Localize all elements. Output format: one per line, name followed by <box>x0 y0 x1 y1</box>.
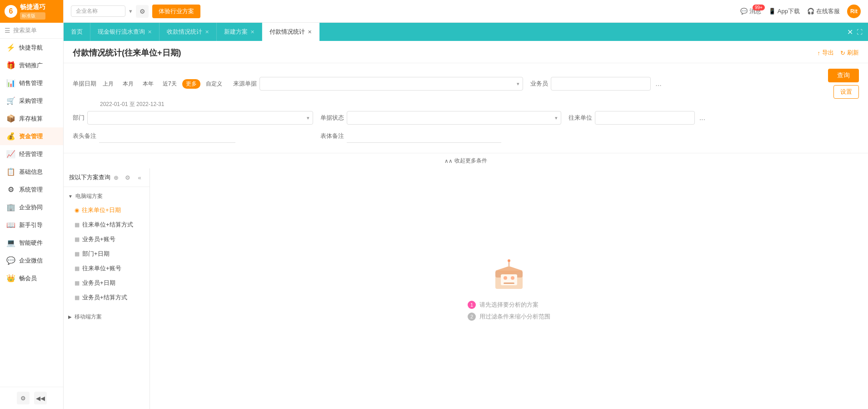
sidebar-collapse-btn[interactable]: ◀◀ <box>34 392 47 404</box>
system-icon: ⚙ <box>6 185 15 194</box>
salesman-input[interactable] <box>551 77 651 91</box>
date-opt-custom[interactable]: 自定义 <box>202 79 226 89</box>
query-btn[interactable]: 查询 <box>828 69 859 82</box>
source-select[interactable] <box>259 77 524 91</box>
base-info-icon: 📋 <box>6 167 15 176</box>
body-note-label: 表体备注 <box>320 132 344 140</box>
date-opt-last-month[interactable]: 上月 <box>99 79 117 89</box>
sidebar-item-finance[interactable]: 💰 资金管理 <box>0 127 63 145</box>
topbar-app-btn[interactable]: 📱 App下载 <box>768 7 800 15</box>
tab-receipt-stats-close[interactable]: ✕ <box>205 29 209 35</box>
partner-input[interactable] <box>595 111 695 125</box>
sidebar-item-marketing[interactable]: 🎁 营销推广 <box>0 56 63 74</box>
tab-payment-stats[interactable]: 付款情况统计 ✕ <box>262 23 319 41</box>
partner-dots[interactable]: ... <box>699 114 705 122</box>
topbar-service-btn[interactable]: 🎧 在线客服 <box>807 7 840 15</box>
tab-new-scheme-close[interactable]: ✕ <box>250 29 254 35</box>
msg-icon: 💬 <box>740 8 748 15</box>
collapse-bar[interactable]: ∧∧ 收起更多条件 <box>64 153 868 168</box>
scheme-dept-date[interactable]: ▦ 部门+日期 <box>64 247 150 261</box>
salesman-dots[interactable]: ... <box>655 80 661 88</box>
sidebar-settings-btn[interactable]: ⚙ <box>17 392 30 404</box>
date-opt-this-year[interactable]: 本年 <box>139 79 157 89</box>
topbar: 企业名称 ▾ ⚙ 体验行业方案 💬 消息 99+ 📱 App下载 🎧 在线客服 … <box>64 0 868 23</box>
svg-rect-6 <box>504 283 514 284</box>
refresh-btn[interactable]: ↻ 刷新 <box>840 49 859 57</box>
filter-row-2: 部门 单据状态 <box>73 111 859 125</box>
refresh-icon: ↻ <box>840 50 845 56</box>
date-opt-7days[interactable]: 近7天 <box>159 79 180 89</box>
scheme-partner-settle[interactable]: ▦ 往来单位+结算方式 <box>64 217 150 232</box>
sidebar-item-wechat[interactable]: 💬 企业微信 <box>0 252 63 269</box>
trial-btn[interactable]: 体验行业方案 <box>152 5 200 18</box>
tab-cash-flow-close[interactable]: ✕ <box>148 29 152 35</box>
scheme-chart-icon: ◉ <box>75 207 79 213</box>
header-note-input[interactable] <box>99 129 235 143</box>
logo-icon: 6 <box>5 5 17 18</box>
sidebar-item-quick-nav[interactable]: ⚡ 快捷导航 <box>0 39 63 56</box>
sidebar-item-hardware[interactable]: 💻 智能硬件 <box>0 234 63 252</box>
empty-state: 1 请先选择要分析的方案 2 用过滤条件来缩小分析范围 <box>468 257 550 321</box>
set-btn[interactable]: 设置 <box>833 85 859 99</box>
scheme-salesman-settle[interactable]: ▦ 业务员+结算方式 <box>64 290 150 305</box>
scheme-salesman-date[interactable]: ▦ 业务员+日期 <box>64 276 150 290</box>
sidebar-item-operation[interactable]: 📈 经营管理 <box>0 145 63 163</box>
tab-new-scheme[interactable]: 新建方案 ✕ <box>217 23 262 41</box>
sales-icon: 📊 <box>6 79 15 87</box>
wechat-icon: 💬 <box>6 256 15 265</box>
date-opt-more[interactable]: 更多 <box>182 79 200 89</box>
tab-close-all-icon[interactable]: ✕ <box>847 28 853 36</box>
scheme-collapse-btn[interactable]: « <box>135 173 144 182</box>
sidebar-item-inventory[interactable]: 📦 库存核算 <box>0 110 63 127</box>
sidebar-item-enterprise[interactable]: 🏢 企业协同 <box>0 198 63 216</box>
tab-cash-flow[interactable]: 现金银行流水查询 ✕ <box>90 23 160 41</box>
tab-expand-icon[interactable]: ⛶ <box>857 29 863 35</box>
tabbar: 首页 现金银行流水查询 ✕ 收款情况统计 ✕ 新建方案 ✕ 付款情况统计 ✕ ✕… <box>64 23 868 41</box>
status-select[interactable] <box>347 111 561 125</box>
sidebar-item-member[interactable]: 👑 畅会员 <box>0 269 63 287</box>
collapse-panel-icon: « <box>138 174 141 181</box>
mobile-scheme-group: ▶ 移动端方案 <box>64 308 150 326</box>
desktop-group-header[interactable]: ▼ 电脑端方案 <box>64 190 150 203</box>
source-filter-group: 来源单据 <box>233 77 524 91</box>
topbar-left: 企业名称 ▾ ⚙ 体验行业方案 <box>71 5 200 18</box>
mobile-group-header[interactable]: ▶ 移动端方案 <box>64 310 150 323</box>
sidebar-item-base-info[interactable]: 📋 基础信息 <box>0 163 63 181</box>
sidebar-item-guide[interactable]: 📖 新手引导 <box>0 216 63 234</box>
inventory-icon: 📦 <box>6 114 15 123</box>
scheme-settings-btn[interactable]: ⚙ <box>123 173 132 182</box>
scheme-table-icon-5: ▦ <box>75 294 80 301</box>
main-area: 企业名称 ▾ ⚙ 体验行业方案 💬 消息 99+ 📱 App下载 🎧 在线客服 … <box>64 0 868 409</box>
tab-payment-stats-close[interactable]: ✕ <box>308 29 312 35</box>
date-opt-this-month[interactable]: 本月 <box>119 79 137 89</box>
svg-point-8 <box>508 259 510 262</box>
mobile-group-toggle: ▶ <box>68 314 72 319</box>
topbar-msg-btn[interactable]: 💬 消息 99+ <box>740 7 761 15</box>
export-btn[interactable]: ↑ 导出 <box>818 49 834 57</box>
sidebar-item-sales[interactable]: 📊 销售管理 <box>0 74 63 92</box>
left-panel: 按以下方案查询 ⊕ ⚙ « <box>64 168 150 409</box>
scheme-partner-account[interactable]: ▦ 往来单位+账号 <box>64 261 150 276</box>
sidebar-item-system[interactable]: ⚙ 系统管理 <box>0 181 63 198</box>
profile-dropdown-icon[interactable]: ▾ <box>129 8 132 15</box>
content-area: 按以下方案查询 ⊕ ⚙ « <box>64 168 868 409</box>
body-note-input[interactable] <box>347 129 501 143</box>
scheme-table-icon-4: ▦ <box>75 280 80 286</box>
sidebar-item-purchase[interactable]: 🛒 采购管理 <box>0 92 63 110</box>
tab-home[interactable]: 首页 <box>64 23 90 41</box>
scheme-salesman-account[interactable]: ▦ 业务员+账号 <box>64 232 150 247</box>
header-note-label: 表头备注 <box>73 132 96 140</box>
dept-select[interactable] <box>87 111 313 125</box>
scheme-partner-date[interactable]: ◉ 往来单位+日期 <box>64 203 150 217</box>
scheme-table-icon-1: ▦ <box>75 222 80 228</box>
topbar-settings-btn[interactable]: ⚙ <box>136 5 149 18</box>
step-1: 1 <box>468 301 476 309</box>
panel-header: 按以下方案查询 ⊕ ⚙ « <box>64 168 150 187</box>
sidebar-search[interactable]: ☰ 搜索菜单 <box>0 23 63 39</box>
scheme-add-btn[interactable]: ⊕ <box>111 173 120 182</box>
user-avatar[interactable]: Rit <box>847 5 861 18</box>
query-btns: 查询 设置 <box>828 69 859 99</box>
profile-selector[interactable]: 企业名称 <box>71 5 125 17</box>
source-label: 来源单据 <box>233 80 257 88</box>
tab-receipt-stats[interactable]: 收款情况统计 ✕ <box>160 23 217 41</box>
